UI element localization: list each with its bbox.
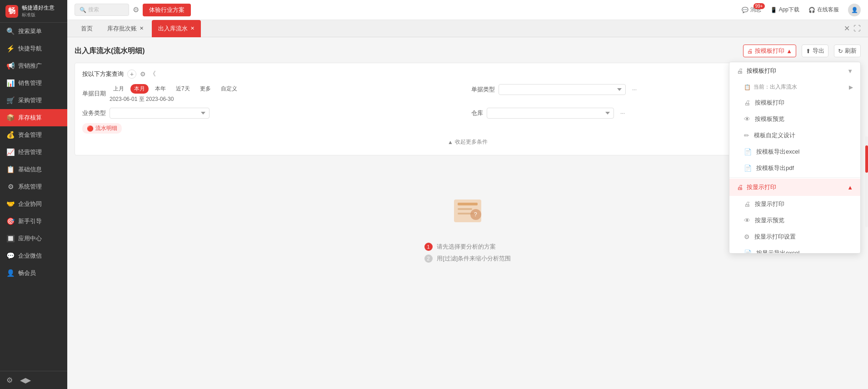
display-preview-item[interactable]: 👁 按显示预览 [729, 212, 860, 229]
date-opt-prev-month[interactable]: 上月 [110, 84, 128, 94]
date-opt-custom[interactable]: 自定义 [217, 84, 241, 94]
flash-icon: ⚡ [6, 45, 15, 53]
filter-add-button[interactable]: + [127, 70, 136, 79]
service-icon: 🎧 [808, 7, 815, 13]
refresh-button[interactable]: ↻ 刷新 [834, 45, 861, 57]
page-content: 出入库流水(流水明细) 🖨 按模板打印 ▲ ⬆ 导出 ↻ 刷新 [67, 37, 868, 389]
header-gear-icon[interactable]: ⚙ [133, 5, 139, 14]
filter-warehouse-more-icon[interactable]: ··· [618, 108, 628, 118]
search-icon: 🔍 [6, 27, 15, 35]
sidebar-item-finance[interactable]: 💰 资金管理 [0, 126, 67, 144]
header-right: 💬 消息 99+ 📱 App下载 🎧 在线客服 👤 [742, 4, 861, 16]
wechat-icon: 💬 [6, 252, 15, 260]
preview-sub-icon: 👁 [744, 115, 750, 123]
filter-gear-icon[interactable]: ⚙ [140, 70, 146, 78]
export-icon: ⬆ [806, 48, 811, 55]
sidebar-item-quick-nav[interactable]: ⚡ 快捷导航 [0, 40, 67, 57]
sidebar-item-search[interactable]: 🔍 搜索菜单 [0, 23, 67, 40]
filter-type-more-icon[interactable]: ··· [629, 85, 639, 95]
expand-window-icon[interactable]: ⛶ [853, 25, 861, 33]
print-dropdown-panel: 🖨 按模板打印 ▼ 📋 当前：出入库流水 ▶ [729, 62, 861, 254]
sidebar-item-operations[interactable]: 📈 经营管理 [0, 144, 67, 161]
sidebar-item-appstore[interactable]: 🔲 应用中心 [0, 230, 67, 247]
display-print-section-header[interactable]: 🖨 按显示打印 ▲ [729, 179, 860, 196]
app-logo-text: 畅捷通好生意 标准版 [22, 4, 55, 18]
sidebar-item-marketing[interactable]: 📢 营销推广 [0, 57, 67, 75]
svg-text:?: ? [474, 211, 477, 218]
date-opt-7days[interactable]: 近7天 [172, 84, 194, 94]
notifications-button[interactable]: 💬 消息 99+ [742, 6, 761, 14]
filter-date-range: 2023-06-01 至 2023-06-30 [110, 95, 241, 103]
tab-home[interactable]: 首页 [75, 20, 99, 37]
appstore-icon: 🔲 [6, 234, 15, 243]
display-preview-sub-icon: 👁 [744, 217, 750, 224]
system-icon: ⚙ [6, 183, 15, 191]
dropdown-divider-1 [729, 177, 860, 178]
tab-window-controls: ✕ ⛶ [844, 24, 861, 33]
display-excel-sub-icon: 📄 [744, 249, 752, 253]
filter-warehouse-select[interactable] [487, 108, 614, 119]
filter-date-item: 单据日期 上月 本月 本年 近7天 更多 自定义 2023-06-01 至 20… [82, 84, 464, 103]
current-icon: 📋 [744, 84, 751, 90]
display-print-item[interactable]: 🖨 按显示打印 [729, 196, 860, 212]
date-opt-current-month[interactable]: 本月 [130, 84, 149, 94]
filter-collapse-icon[interactable]: 《 [150, 70, 156, 78]
template-print-section-header[interactable]: 🖨 按模板打印 ▼ [729, 62, 860, 80]
filter-biz-select[interactable] [110, 108, 210, 119]
date-opt-more[interactable]: 更多 [196, 84, 215, 94]
tab-flow[interactable]: 出入库流水 ✕ [152, 20, 201, 37]
top-header: 🔍 搜索 ⚙ 体验行业方案 💬 消息 99+ 📱 App下载 🎧 在线客服 👤 [67, 0, 868, 20]
sidebar-item-member[interactable]: 👤 畅会员 [0, 264, 67, 282]
sidebar-item-purchase[interactable]: 🛒 采购管理 [0, 92, 67, 109]
filter-type-select[interactable] [499, 84, 626, 95]
tab-batch-close[interactable]: ✕ [140, 25, 144, 31]
settings-bottom-icon[interactable]: ⚙ [6, 376, 13, 384]
display-excel-item[interactable]: 📄 按显示导出excel [729, 245, 860, 253]
sidebar-item-cooperation[interactable]: 🤝 企业协同 [0, 195, 67, 213]
template-preview-item[interactable]: 👁 按模板预览 [729, 111, 860, 127]
basic-icon: 📋 [6, 165, 15, 174]
user-avatar[interactable]: 👤 [848, 4, 861, 16]
sidebar-item-wechat[interactable]: 💬 企业微信 [0, 247, 67, 264]
avatar-icon: 👤 [851, 7, 858, 13]
template-design-item[interactable]: ✏ 模板自定义设计 [729, 127, 860, 144]
sidebar-item-sales[interactable]: 📊 销售管理 [0, 75, 67, 92]
pdf-sub-icon: 📄 [744, 165, 752, 172]
online-service-button[interactable]: 🎧 在线客服 [808, 6, 839, 14]
chevron-down-icon: ▼ [847, 68, 853, 75]
empty-steps: 1 请先选择要分析的方案 2 用[过滤]条件来缩小分析范围 [424, 241, 511, 264]
flow-detail-tag[interactable]: 🔴 流水明细 [82, 123, 122, 134]
print-template-button[interactable]: 🖨 按模板打印 ▲ [743, 45, 796, 57]
main-area: 🔍 搜索 ⚙ 体验行业方案 💬 消息 99+ 📱 App下载 🎧 在线客服 👤 [67, 0, 868, 389]
app-download-button[interactable]: 📱 App下载 [770, 6, 799, 14]
display-printer-icon: 🖨 [737, 184, 743, 191]
design-sub-icon: ✏ [744, 132, 749, 139]
sidebar: 畅 畅捷通好生意 标准版 🔍 搜索菜单 ⚡ 快捷导航 📢 营销推广 📊 销售管理… [0, 0, 67, 389]
sidebar-item-guide[interactable]: 🎯 新手引导 [0, 213, 67, 230]
try-solution-button[interactable]: 体验行业方案 [143, 4, 191, 16]
purchase-icon: 🛒 [6, 96, 15, 105]
member-icon: 👤 [6, 269, 15, 277]
sidebar-nav: 🔍 搜索菜单 ⚡ 快捷导航 📢 营销推广 📊 销售管理 🛒 采购管理 📦 库存核… [0, 23, 67, 371]
collapse-sidebar-icon[interactable]: ◀▶ [20, 376, 31, 384]
header-search-box[interactable]: 🔍 搜索 [75, 4, 129, 16]
sidebar-item-basic[interactable]: 📋 基础信息 [0, 161, 67, 178]
marketing-icon: 📢 [6, 62, 15, 70]
sidebar-item-system[interactable]: ⚙ 系统管理 [0, 178, 67, 195]
printer-section-icon: 🖨 [737, 67, 743, 75]
tab-flow-close[interactable]: ✕ [190, 25, 195, 31]
close-window-icon[interactable]: ✕ [844, 24, 850, 33]
sidebar-item-inventory[interactable]: 📦 库存核算 [0, 109, 67, 126]
sidebar-logo: 畅 畅捷通好生意 标准版 [0, 0, 67, 23]
page-title: 出入库流水(流水明细) [75, 46, 145, 56]
template-pdf-item[interactable]: 📄 按模板导出pdf [729, 160, 860, 176]
display-settings-item[interactable]: ⚙ 按显示打印设置 [729, 229, 860, 245]
template-excel-item[interactable]: 📄 按模板导出excel [729, 144, 860, 160]
operations-icon: 📈 [6, 148, 15, 156]
template-print-item[interactable]: 🖨 按模板打印 [729, 95, 860, 111]
export-button[interactable]: ⬆ 导出 [802, 45, 828, 57]
tab-batch[interactable]: 库存批次账 ✕ [101, 20, 150, 37]
page-scrollbar[interactable] [865, 136, 868, 227]
date-opt-year[interactable]: 本年 [151, 84, 170, 94]
display-settings-sub-icon: ⚙ [744, 233, 750, 240]
